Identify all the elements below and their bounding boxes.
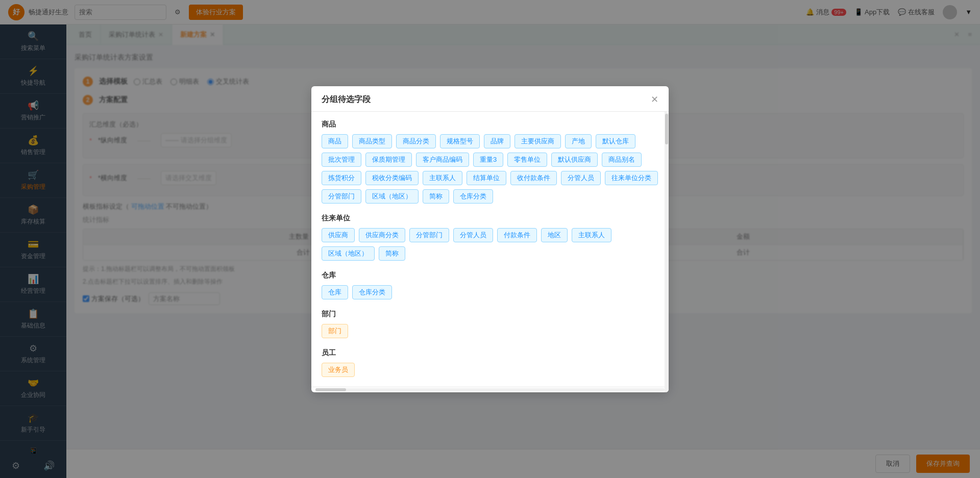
field-tag-0-7[interactable]: 默认仓库 (596, 134, 635, 148)
field-section-2: 仓库仓库仓库分类 (322, 271, 658, 299)
field-tag-1-3[interactable]: 分管人员 (453, 228, 493, 242)
field-grid-0: 商品商品类型商品分类规格型号品牌主要供应商产地默认仓库批次管理保质期管理客户商品… (322, 134, 658, 204)
field-tag-0-21[interactable]: 往来单位分类 (605, 171, 658, 185)
field-tag-0-24[interactable]: 简称 (423, 189, 449, 204)
section-title-1: 往来单位 (322, 214, 658, 223)
field-tag-0-23[interactable]: 区域（地区） (365, 189, 419, 204)
field-tag-0-11[interactable]: 重量3 (473, 153, 503, 167)
field-tag-2-1[interactable]: 仓库分类 (352, 285, 392, 299)
field-tag-0-2[interactable]: 商品分类 (396, 134, 436, 148)
field-tag-0-0[interactable]: 商品 (322, 134, 348, 148)
field-tag-0-1[interactable]: 商品类型 (352, 134, 392, 148)
field-tag-0-25[interactable]: 仓库分类 (453, 189, 493, 204)
field-grid-1: 供应商供应商分类分管部门分管人员付款条件地区主联系人区域（地区）简称 (322, 228, 658, 261)
field-tag-0-18[interactable]: 结算单位 (467, 171, 506, 185)
vertical-scroll-track (665, 112, 669, 322)
field-section-3: 部门部门 (322, 310, 658, 322)
dialog-overlay: 分组待选字段 ✕ 商品商品商品类型商品分类规格型号品牌主要供应商产地默认仓库批次… (0, 0, 980, 321)
field-section-1: 往来单位供应商供应商分类分管部门分管人员付款条件地区主联系人区域（地区）简称 (322, 214, 658, 261)
section-title-3: 部门 (322, 310, 658, 319)
field-tag-2-0[interactable]: 仓库 (322, 285, 348, 299)
field-tag-0-22[interactable]: 分管部门 (322, 189, 361, 204)
dialog-title: 分组待选字段 (322, 94, 371, 105)
field-tag-0-14[interactable]: 商品别名 (602, 153, 642, 167)
dialog-body: 商品商品商品类型商品分类规格型号品牌主要供应商产地默认仓库批次管理保质期管理客户… (311, 112, 669, 322)
field-tag-0-5[interactable]: 主要供应商 (514, 134, 561, 148)
field-tag-0-13[interactable]: 默认供应商 (551, 153, 598, 167)
dialog-header: 分组待选字段 ✕ (311, 86, 669, 112)
field-tag-0-17[interactable]: 主联系人 (423, 171, 462, 185)
field-tag-1-0[interactable]: 供应商 (322, 228, 355, 242)
field-section-0: 商品商品商品类型商品分类规格型号品牌主要供应商产地默认仓库批次管理保质期管理客户… (322, 120, 658, 204)
field-tag-0-12[interactable]: 零售单位 (507, 153, 547, 167)
field-tag-1-7[interactable]: 区域（地区） (322, 246, 375, 261)
field-tag-0-15[interactable]: 拣货积分 (322, 171, 361, 185)
field-tag-0-4[interactable]: 品牌 (484, 134, 510, 148)
field-tag-1-2[interactable]: 分管部门 (409, 228, 449, 242)
field-tag-0-19[interactable]: 收付款条件 (510, 171, 557, 185)
field-select-dialog: 分组待选字段 ✕ 商品商品商品类型商品分类规格型号品牌主要供应商产地默认仓库批次… (311, 86, 669, 322)
field-tag-0-6[interactable]: 产地 (565, 134, 592, 148)
section-title-2: 仓库 (322, 271, 658, 280)
dialog-close-button[interactable]: ✕ (651, 95, 658, 104)
field-tag-1-8[interactable]: 简称 (379, 246, 405, 261)
vertical-scroll-thumb (665, 114, 668, 144)
field-tag-1-1[interactable]: 供应商分类 (359, 228, 405, 242)
field-tag-1-6[interactable]: 主联系人 (572, 228, 611, 242)
field-tag-0-10[interactable]: 客户商品编码 (416, 153, 469, 167)
field-tag-0-3[interactable]: 规格型号 (440, 134, 480, 148)
section-title-0: 商品 (322, 120, 658, 129)
field-tag-1-4[interactable]: 付款条件 (497, 228, 537, 242)
field-tag-0-20[interactable]: 分管人员 (561, 171, 601, 185)
field-tag-0-16[interactable]: 税收分类编码 (365, 171, 419, 185)
field-tag-0-8[interactable]: 批次管理 (322, 153, 361, 167)
field-tag-1-5[interactable]: 地区 (541, 228, 568, 242)
field-tag-0-9[interactable]: 保质期管理 (365, 153, 412, 167)
field-grid-2: 仓库仓库分类 (322, 285, 658, 299)
